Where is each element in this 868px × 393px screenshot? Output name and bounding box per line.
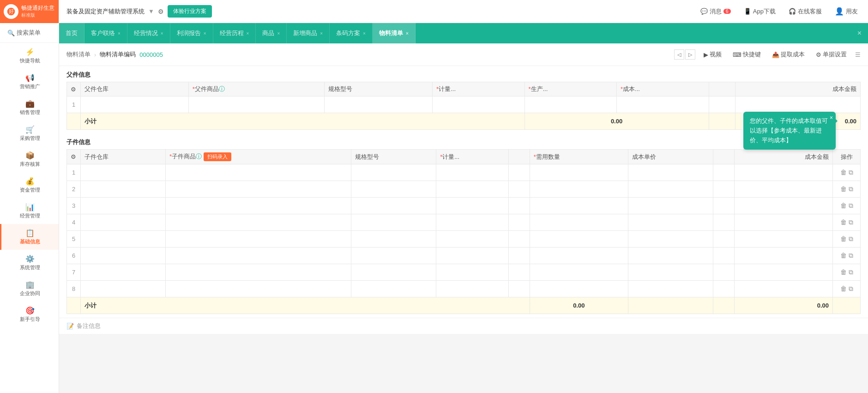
child-product-6[interactable] xyxy=(166,248,351,264)
sidebar-item-enterprise[interactable]: 🏢 企业协同 xyxy=(0,276,59,302)
trial-button[interactable]: 体验行业方案 xyxy=(168,5,212,18)
child-warehouse-1[interactable] xyxy=(81,164,166,181)
parent-cost-1[interactable] xyxy=(617,97,709,113)
child-spec-3[interactable] xyxy=(351,198,436,214)
child-warehouse-4[interactable] xyxy=(81,214,166,231)
tab-history-close[interactable]: × xyxy=(247,31,249,36)
child-copy-7[interactable]: ⧉ xyxy=(849,268,853,276)
child-qty-unit-4[interactable] xyxy=(436,214,509,231)
child-spec-5[interactable] xyxy=(351,231,436,248)
tooltip-close-button[interactable]: × xyxy=(830,114,833,122)
child-qty-unit-5[interactable] xyxy=(436,231,509,248)
child-need-qty-6[interactable] xyxy=(530,248,628,264)
parent-product-1[interactable] xyxy=(188,97,325,113)
sidebar-item-system[interactable]: ⚙️ 系统管理 xyxy=(0,250,59,276)
child-delete-8[interactable]: 🗑 xyxy=(840,285,847,293)
parent-warehouse-1[interactable] xyxy=(81,97,189,113)
scan-input-button[interactable]: 扫码录入 xyxy=(204,152,231,161)
child-unit-cost-8[interactable] xyxy=(628,281,713,297)
child-qty-unit-6[interactable] xyxy=(436,248,509,264)
child-unit-cost-6[interactable] xyxy=(628,248,713,264)
tab-history[interactable]: 经营历程 × xyxy=(213,23,256,43)
tab-customer[interactable]: 客户联络 × xyxy=(84,23,127,43)
tab-customer-close[interactable]: × xyxy=(118,31,121,36)
child-product-7[interactable] xyxy=(166,264,351,281)
extract-cost-button[interactable]: 📤 提取成本 xyxy=(769,49,808,60)
child-copy-2[interactable]: ⧉ xyxy=(849,185,853,193)
tab-barcode-close[interactable]: × xyxy=(363,31,366,36)
tab-barcode[interactable]: 条码方案 × xyxy=(330,23,373,43)
child-copy-6[interactable]: ⧉ xyxy=(849,252,853,260)
tab-product[interactable]: 商品 × xyxy=(256,23,287,43)
sidebar-item-inventory[interactable]: 📦 库存核算 xyxy=(0,146,59,172)
child-product-4[interactable] xyxy=(166,214,351,231)
child-warehouse-7[interactable] xyxy=(81,264,166,281)
parent-qty-1[interactable] xyxy=(433,97,524,113)
child-product-8[interactable] xyxy=(166,281,351,297)
sidebar-item-guide[interactable]: 🎯 新手引导 xyxy=(0,302,59,327)
parent-produce-1[interactable] xyxy=(524,97,616,113)
child-product-1[interactable] xyxy=(166,164,351,181)
child-delete-2[interactable]: 🗑 xyxy=(840,185,847,193)
child-need-qty-8[interactable] xyxy=(530,281,628,297)
sidebar-item-marketing[interactable]: 📢 营销推广 xyxy=(0,69,59,95)
child-unit-cost-5[interactable] xyxy=(628,231,713,248)
child-unit-cost-4[interactable] xyxy=(628,214,713,231)
child-spec-2[interactable] xyxy=(351,181,436,198)
tab-product-close[interactable]: × xyxy=(277,31,280,36)
child-unit-cost-7[interactable] xyxy=(628,264,713,281)
child-delete-3[interactable]: 🗑 xyxy=(840,202,847,210)
sidebar-item-quick-nav[interactable]: ⚡ 快捷导航 xyxy=(0,43,59,69)
child-copy-5[interactable]: ⧉ xyxy=(849,235,853,243)
child-warehouse-5[interactable] xyxy=(81,231,166,248)
tab-operations-close[interactable]: × xyxy=(161,31,163,36)
nav-prev-button[interactable]: ◁ xyxy=(674,49,684,60)
child-delete-4[interactable]: 🗑 xyxy=(840,218,847,226)
child-delete-7[interactable]: 🗑 xyxy=(840,268,847,276)
child-product-2[interactable] xyxy=(166,181,351,198)
parent-spec-1[interactable] xyxy=(325,97,433,113)
message-button[interactable]: 💬 消息 6 xyxy=(698,6,734,18)
shortcut-button[interactable]: ⌨ 快捷键 xyxy=(730,49,764,60)
sidebar-item-purchase[interactable]: 🛒 采购管理 xyxy=(0,121,59,146)
child-warehouse-2[interactable] xyxy=(81,181,166,198)
tab-bom[interactable]: 物料清单 × xyxy=(373,23,416,43)
child-delete-1[interactable]: 🗑 xyxy=(840,169,847,176)
child-copy-4[interactable]: ⧉ xyxy=(849,218,853,226)
child-unit-cost-3[interactable] xyxy=(628,198,713,214)
tab-profit[interactable]: 利润报告 × xyxy=(170,23,213,43)
child-warehouse-3[interactable] xyxy=(81,198,166,214)
sidebar-item-operations[interactable]: 📊 经营管理 xyxy=(0,198,59,224)
child-need-qty-2[interactable] xyxy=(530,181,628,198)
tab-profit-close[interactable]: × xyxy=(204,31,206,36)
settings-icon-btn[interactable]: ⚙ xyxy=(158,8,164,15)
child-qty-unit-2[interactable] xyxy=(436,181,509,198)
user-button[interactable]: 👤 用友 xyxy=(832,5,861,18)
child-need-qty-3[interactable] xyxy=(530,198,628,214)
child-qty-unit-7[interactable] xyxy=(436,264,509,281)
child-spec-1[interactable] xyxy=(351,164,436,181)
child-qty-unit-1[interactable] xyxy=(436,164,509,181)
child-delete-6[interactable]: 🗑 xyxy=(840,252,847,260)
child-spec-7[interactable] xyxy=(351,264,436,281)
child-need-qty-1[interactable] xyxy=(530,164,628,181)
tab-home[interactable]: 首页 xyxy=(59,23,84,43)
child-unit-cost-2[interactable] xyxy=(628,181,713,198)
dropdown-arrow-icon[interactable]: ▼ xyxy=(148,8,154,15)
child-product-5[interactable] xyxy=(166,231,351,248)
nav-next-button[interactable]: ▷ xyxy=(685,49,695,60)
child-spec-8[interactable] xyxy=(351,281,436,297)
child-warehouse-6[interactable] xyxy=(81,248,166,264)
sidebar-item-finance[interactable]: 💰 资金管理 xyxy=(0,172,59,198)
child-spec-4[interactable] xyxy=(351,214,436,231)
child-need-qty-7[interactable] xyxy=(530,264,628,281)
child-need-qty-5[interactable] xyxy=(530,231,628,248)
child-copy-3[interactable]: ⧉ xyxy=(849,202,853,210)
child-need-qty-4[interactable] xyxy=(530,214,628,231)
tab-close-all[interactable]: × xyxy=(855,29,864,37)
sidebar-item-sales[interactable]: 💼 销售管理 xyxy=(0,95,59,121)
tab-bom-close[interactable]: × xyxy=(406,31,409,36)
single-setting-button[interactable]: ⚙ 单据设置 xyxy=(813,49,850,60)
child-product-3[interactable] xyxy=(166,198,351,214)
tab-new-product-close[interactable]: × xyxy=(320,31,323,36)
